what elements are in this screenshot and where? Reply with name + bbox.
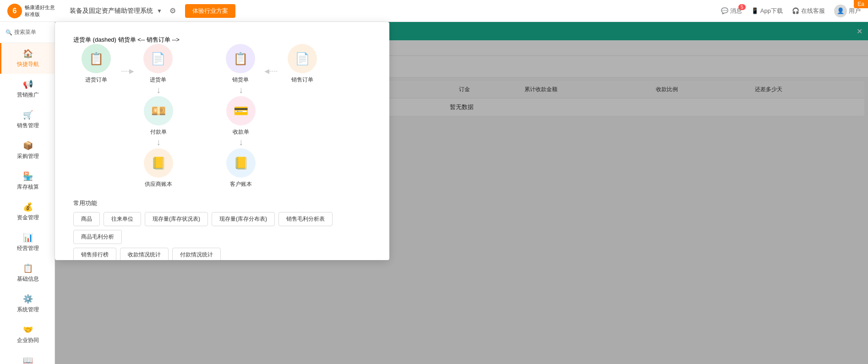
system-title-area: 装备及固定资产辅助管理系统 ▼ ⚙ 体验行业方案	[70, 4, 721, 18]
logo-text: 畅康通好生意 标准版	[25, 4, 55, 17]
sidebar-item-marketing[interactable]: 📢 营销推广	[0, 74, 55, 104]
sidebar-item-sales[interactable]: 🛒 销售管理	[0, 104, 55, 135]
operations-icon: 📊	[23, 233, 33, 243]
sidebar-item-purchase[interactable]: 📦 采购管理	[0, 135, 55, 166]
enterprise-icon: 🤝	[23, 325, 33, 335]
basic-info-icon: 📋	[23, 263, 33, 273]
tutorial-icon: 📖	[23, 355, 33, 364]
purchase-order-icon: 📋	[82, 44, 111, 73]
sidebar: 🔍 搜索菜单 🏠 快捷导航 📢 营销推广 🛒 销售管理 📦 采购管理	[0, 22, 55, 364]
flow-diagram: 进货单 (dashed) 销货单 <-- 销售订单 --> 📋 进货订单 - -…	[73, 36, 371, 188]
func-btn-receipt-stats[interactable]: 收款情况统计	[120, 248, 169, 260]
func-btn-stock-dist[interactable]: 现存量(库存分布表)	[212, 212, 275, 226]
func-btn-payment-stats[interactable]: 付款情况统计	[172, 248, 221, 260]
inventory-icon: 🏪	[23, 171, 33, 181]
common-functions-title: 常用功能	[73, 199, 371, 207]
supplier-ledger-icon: 📒	[144, 148, 173, 178]
func-buttons-row1: 商品 往来单位 现存量(库存状况表) 现存量(库存分布表) 销售毛利分析表 商品…	[73, 212, 371, 244]
flow-node-supplier-ledger[interactable]: 📒 供应商账本	[136, 148, 181, 188]
sidebar-nav: 🏠 快捷导航 📢 营销推广 🛒 销售管理 📦 采购管理 🏪 库存核算 💰	[0, 43, 55, 364]
sidebar-item-finance[interactable]: 💰 资金管理	[0, 196, 55, 227]
system-icon: ⚙️	[23, 294, 33, 304]
search-icon: 🔍	[5, 29, 12, 36]
search-menu-btn[interactable]: 🔍 搜索菜单	[4, 27, 51, 38]
user-avatar: 👤	[834, 5, 847, 17]
download-icon: 📱	[751, 7, 759, 14]
header-right: 💬 消息 5 📱 App下载 🎧 在线客服 👤 用户	[721, 5, 861, 17]
flow-node-sales-order[interactable]: 📄 销售订单	[279, 44, 325, 84]
sidebar-item-system[interactable]: ⚙️ 系统管理	[0, 288, 55, 319]
ea-badge: Ea	[854, 0, 868, 8]
sidebar-item-tutorial[interactable]: 📖 新手引导	[0, 350, 55, 364]
quick-nav-icon: 🏠	[23, 49, 33, 59]
app-download-btn[interactable]: 📱 App下载	[751, 7, 783, 15]
message-badge: 5	[738, 4, 746, 10]
sidebar-item-inventory[interactable]: 🏪 库存核算	[0, 166, 55, 196]
flow-node-purchase-bill[interactable]: 📄 进货单	[135, 44, 181, 84]
system-title: 装备及固定资产辅助管理系统	[70, 7, 153, 15]
sales-icon: 🛒	[23, 110, 33, 120]
purchase-icon: 📦	[23, 141, 33, 151]
func-buttons-row2: 销售排行榜 收款情况统计 付款情况统计	[73, 248, 371, 260]
flow-node-receipt-bill[interactable]: 💳 收款单	[218, 96, 264, 136]
purchase-bill-icon: 📄	[143, 44, 173, 73]
sales-bill-icon: 📋	[226, 44, 255, 73]
common-functions: 常用功能 商品 往来单位 现存量(库存状况表) 现存量(库存分布表) 销售毛利分…	[73, 199, 371, 260]
func-btn-partner[interactable]: 往来单位	[104, 212, 141, 226]
func-btn-sales-margin[interactable]: 销售毛利分析表	[278, 212, 333, 226]
sidebar-item-enterprise[interactable]: 🤝 企业协同	[0, 319, 55, 350]
logo-area: 6 畅康通好生意 标准版	[7, 4, 62, 18]
receipt-bill-icon: 💳	[226, 96, 256, 125]
down-arrow-purchase-bill: ↓	[136, 85, 181, 95]
down-arrow-receipt-bill: ↓	[218, 137, 264, 147]
flow-node-customer-ledger[interactable]: 📒 客户账本	[218, 148, 264, 188]
top-header: 6 畅康通好生意 标准版 装备及固定资产辅助管理系统 ▼ ⚙ 体验行业方案 💬 …	[0, 0, 868, 22]
func-btn-product[interactable]: 商品	[73, 212, 100, 226]
customer-ledger-icon: 📒	[226, 148, 256, 178]
finance-icon: 💰	[23, 202, 33, 212]
arrow-po-to-pb: - - - - ▶	[119, 67, 135, 84]
arrow-so-to-sb: - - - - ▶	[263, 67, 279, 84]
sidebar-search-area[interactable]: 🔍 搜索菜单	[0, 22, 55, 43]
func-btn-sales-rank[interactable]: 销售排行榜	[73, 248, 116, 260]
logo-icon: 6	[7, 4, 22, 18]
func-btn-stock-status[interactable]: 现存量(库存状况表)	[145, 212, 208, 226]
system-dropdown-btn[interactable]: ▼	[157, 8, 162, 14]
payment-bill-icon: 💴	[144, 96, 173, 125]
sidebar-item-operations[interactable]: 📊 经营管理	[0, 227, 55, 258]
marketing-icon: 📢	[23, 79, 33, 89]
message-btn[interactable]: 💬 消息 5	[721, 7, 742, 15]
sidebar-item-basic-info[interactable]: 📋 基础信息	[0, 258, 55, 288]
sidebar-item-quick-nav[interactable]: 🏠 快捷导航	[0, 43, 55, 74]
flow-node-sales-bill[interactable]: 📋 销货单	[218, 44, 263, 84]
message-icon: 💬	[721, 7, 728, 14]
quick-nav-overlay[interactable]: 进货单 (dashed) 销货单 <-- 销售订单 --> 📋 进货订单 - -…	[55, 22, 868, 364]
system-settings-btn[interactable]: ⚙	[169, 6, 176, 15]
customer-service-btn[interactable]: 🎧 在线客服	[792, 7, 825, 15]
flow-node-purchase-order[interactable]: 📋 进货订单	[73, 44, 119, 84]
flow-node-payment-bill[interactable]: 💴 付款单	[136, 96, 181, 136]
service-icon: 🎧	[792, 7, 799, 14]
sales-order-icon: 📄	[288, 44, 317, 73]
down-arrow-payment-bill: ↓	[136, 137, 181, 147]
down-arrow-sales-bill: ↓	[218, 85, 264, 95]
trial-btn[interactable]: 体验行业方案	[185, 4, 235, 18]
func-btn-product-margin[interactable]: 商品毛利分析	[73, 230, 122, 244]
quick-nav-modal: 进货单 (dashed) 销货单 <-- 销售订单 --> 📋 进货订单 - -…	[55, 22, 389, 260]
